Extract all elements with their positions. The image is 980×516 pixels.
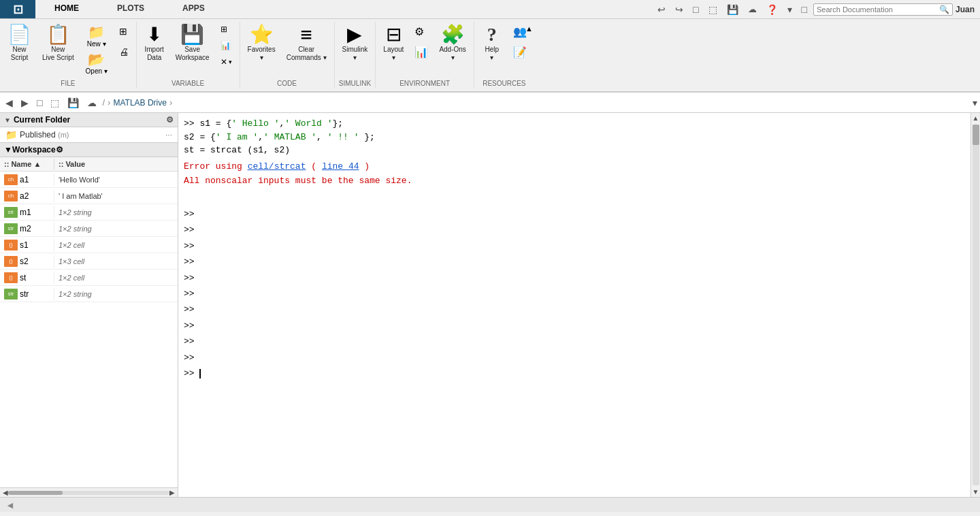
error-using-text: Error using [184, 161, 248, 172]
ws-row-s1[interactable]: {} s1 1×2 cell [0, 237, 178, 253]
cloud-button[interactable]: ☁ [745, 2, 760, 16]
save-workspace-icon: 💾 [180, 25, 204, 44]
ribbon-group-file: 📄 NewScript 📋 NewLive Script 📁 New ▾ 📂 O… [0, 22, 137, 88]
import-data-button[interactable]: ⬇ ImportData [140, 22, 169, 82]
ws-cell-s2-value: 1×3 cell [54, 257, 178, 266]
variable-group-label: VARIABLE [137, 80, 240, 87]
nav-back-button[interactable]: ↩ [654, 2, 669, 17]
save-button-top[interactable]: 💾 [723, 2, 742, 17]
error-message: All nonscalar inputs must be the same si… [184, 176, 412, 186]
folder-more-button[interactable]: ··· [165, 130, 172, 140]
cursor [199, 369, 201, 378]
layout-button[interactable]: ⊟ Layout▾ [378, 22, 408, 82]
request-button[interactable]: 📝 [508, 42, 532, 61]
ws-cell-m1-name: str m1 [0, 206, 54, 219]
help-button[interactable]: ? Help▾ [477, 22, 507, 82]
preferences-icon: ⚙ [414, 25, 424, 38]
ws-row-str[interactable]: str str 1×2 string [0, 286, 178, 302]
ribbon-collapse-button[interactable]: ▲ [525, 25, 533, 33]
nav-forward-button[interactable]: ↪ [672, 2, 687, 17]
new-button[interactable]: 📁 New ▾ [80, 22, 113, 48]
simulink-button[interactable]: ▶ Simulink▾ [338, 22, 373, 82]
new-script-button[interactable]: 📄 NewScript [3, 22, 36, 82]
variable-extra-col: ⊞ 📊 ✕ ▾ [216, 22, 237, 82]
workspace-label: Workspace [12, 145, 56, 155]
status-collapse-button[interactable]: ◄ [5, 500, 15, 511]
user-menu[interactable]: Juan [956, 5, 975, 14]
window-button[interactable]: □ [798, 2, 811, 17]
vertical-scrollbar[interactable]: ▲ ▼ [970, 113, 980, 497]
save-workspace-label: SaveWorkspace [176, 46, 210, 62]
ws-row-a2[interactable]: ch a2 ' I am Matlab' [0, 188, 178, 204]
help-dropdown[interactable]: ▾ [784, 2, 796, 17]
compare-button[interactable]: ⊞ [114, 22, 133, 41]
published-folder-row[interactable]: 📁 Published (m) ··· [0, 127, 178, 142]
ws-row-s2[interactable]: {} s2 1×3 cell [0, 253, 178, 270]
ws-row-st[interactable]: {} st 1×2 cell [0, 270, 178, 286]
console-panel: >> s1 = {' Hello ',' World '}; s2 = {' I… [178, 113, 970, 497]
ws-type-a2: ch [4, 191, 18, 201]
add-ons-button[interactable]: 🧩 Add-Ons▾ [434, 22, 470, 82]
ws-cell-a1-name: ch a1 [0, 174, 54, 186]
scroll-thumb[interactable] [8, 491, 63, 495]
folder-settings-icon[interactable]: ⚙ [166, 115, 174, 125]
folder-collapse-arrow[interactable]: ▼ [4, 116, 11, 124]
ws-row-a1[interactable]: ch a1 'Hello World' [0, 172, 178, 188]
console-line-3: st = strcat (s1, s2) [184, 144, 965, 157]
search-icon: 🔍 [939, 5, 949, 14]
ws-value-header: :: Value [54, 159, 178, 170]
search-doc-input[interactable] [817, 5, 939, 14]
tab-apps[interactable]: APPS [163, 0, 224, 18]
workspace-table: :: Name ▲ :: Value ch a1 'Hello World' c… [0, 157, 178, 487]
print-button[interactable]: 🖨 [114, 42, 133, 61]
top-bar: ⊡ HOME PLOTS APPS ↩ ↪ □ ⬚ 💾 ☁ ❓ ▾ □ 🔍 Ju… [0, 0, 980, 19]
help-button-top[interactable]: ❓ [763, 2, 781, 17]
ws-type-s2: {} [4, 256, 18, 267]
workspace-collapse-arrow[interactable]: ▼ [4, 145, 12, 155]
vert-scroll-track[interactable] [973, 125, 979, 485]
clear-workspace-label: ▾ [229, 59, 232, 65]
scroll-track[interactable] [8, 491, 169, 495]
ribbon-group-variable: ⬇ ImportData 💾 SaveWorkspace ⊞ 📊 ✕ ▾ [137, 22, 240, 88]
code-s1: s1 = {' Hello ',' World '}; [199, 118, 343, 129]
open-button[interactable]: 📂 Open ▾ [80, 49, 113, 75]
logo-button[interactable]: ⊡ [0, 0, 35, 18]
ws-type-a1: ch [4, 174, 18, 185]
new-live-script-button[interactable]: 📋 NewLive Script [37, 22, 79, 82]
folder-list: 📁 Published (m) ··· [0, 127, 178, 142]
scroll-up-button[interactable]: ▲ [971, 113, 980, 123]
scroll-down-button[interactable]: ▼ [971, 487, 980, 497]
addr-dropdown-button[interactable]: ▾ [973, 97, 977, 108]
tab-plots[interactable]: PLOTS [98, 0, 163, 18]
error-close-paren: ) [364, 161, 370, 172]
new-variable-button[interactable]: ⊞ [216, 22, 237, 37]
clear-workspace-icon: ✕ [220, 57, 227, 67]
ws-type-m2: str [4, 223, 18, 234]
console-prompt-6: >> [184, 286, 965, 302]
clear-commands-button[interactable]: ≡ ClearCommands ▾ [282, 22, 331, 82]
favorites-button[interactable]: ⭐ Favorites▾ [243, 22, 280, 82]
clear-workspace-button[interactable]: ✕ ▾ [216, 54, 237, 69]
chart-button[interactable]: 📊 [410, 42, 433, 61]
ws-cell-str-name: str str [0, 288, 54, 300]
console-prompt-8: >> [184, 318, 965, 334]
error-block: Error using cell/strcat ( line 44 ) All … [184, 160, 965, 188]
ws-name-a1: a1 [20, 175, 29, 184]
workspace-settings-icon[interactable]: ⚙ [56, 145, 63, 155]
browse-folder-button[interactable]: ⬚ [705, 2, 721, 17]
console-content[interactable]: >> s1 = {' Hello ',' World '}; s2 = {' I… [178, 113, 970, 497]
ws-row-m2[interactable]: str m2 1×2 string [0, 221, 178, 237]
scroll-left-arrow[interactable]: ◀ [3, 489, 8, 496]
ws-type-str: str [4, 289, 18, 300]
open-label: Open ▾ [86, 67, 108, 75]
nav-up-button[interactable]: □ [689, 2, 702, 17]
preferences-button[interactable]: ⚙ [410, 22, 433, 41]
tab-home[interactable]: HOME [35, 0, 98, 18]
error-line-link[interactable]: line 44 [322, 161, 359, 172]
save-workspace-button[interactable]: 💾 SaveWorkspace [171, 22, 214, 82]
open-variable-button[interactable]: 📊 [216, 38, 237, 53]
error-link[interactable]: cell/strcat [248, 161, 306, 172]
ws-row-m1[interactable]: str m1 1×2 string [0, 204, 178, 221]
vert-scroll-thumb[interactable] [973, 125, 979, 145]
scroll-right-arrow[interactable]: ▶ [169, 489, 175, 496]
